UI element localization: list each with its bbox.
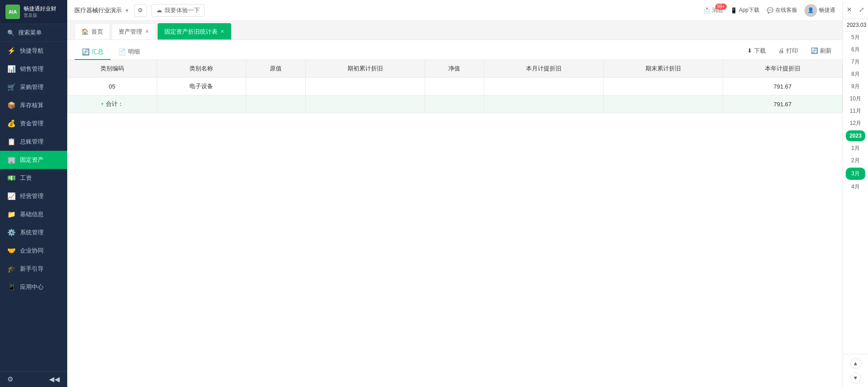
cell-period-end: [603, 78, 723, 95]
month-6[interactable]: 6月: [843, 44, 868, 56]
quicknav-label: 快捷导航: [20, 47, 44, 55]
fixed-assets-icon: 🏢: [7, 156, 15, 164]
payroll-icon: 💵: [7, 174, 15, 182]
sidebar-bottom: ⚙ ◀◀: [0, 371, 67, 387]
table-row: 05 电子设备 791.67: [68, 78, 843, 95]
sidebar-logo: AtA 畅捷通好业财 普及版: [0, 0, 67, 24]
sidebar-label-payroll: 工资: [20, 174, 32, 182]
sidebar-item-basic-info[interactable]: 📁 基础信息: [0, 205, 67, 223]
settings-bottom-icon[interactable]: ⚙: [7, 375, 13, 383]
right-panel-down-btn[interactable]: ▼: [850, 372, 861, 383]
cell-net: [425, 78, 484, 95]
user-avatar: 👤: [804, 4, 817, 17]
col-header-period-end: 期末累计折旧: [603, 60, 723, 78]
tab-depreciation[interactable]: 固定资产折旧统计表 ✕: [158, 23, 231, 40]
col-header-name: 类别名称: [157, 60, 246, 78]
sidebar-item-sales[interactable]: 📊 销售管理: [0, 60, 67, 78]
total-expand-icon[interactable]: +: [101, 101, 104, 107]
sidebar-item-ledger[interactable]: 📋 总账管理: [0, 133, 67, 151]
print-btn[interactable]: 🖨 打印: [775, 45, 802, 56]
sidebar-item-system[interactable]: ⚙️ 系统管理: [0, 223, 67, 242]
month-3-active[interactable]: 3月: [846, 168, 865, 180]
cell-initial-accum: [305, 78, 425, 95]
sidebar-label-system: 系统管理: [20, 228, 44, 237]
notifications-btn[interactable]: 📩 消息 99+: [704, 6, 723, 14]
refresh-icon: 🔄: [811, 47, 818, 54]
company-selector[interactable]: 医疗器械行业演示 ▼: [74, 6, 129, 15]
tab-depreciation-label: 固定资产折旧统计表: [164, 28, 218, 36]
tab-home-label: 首页: [91, 28, 103, 36]
month-10[interactable]: 10月: [843, 93, 868, 105]
user-label: 畅捷通: [819, 6, 835, 14]
month-7[interactable]: 7月: [843, 56, 868, 68]
refresh-btn[interactable]: 🔄 刷新: [807, 45, 835, 56]
sidebar-item-quicknav[interactable]: ⚡ 快捷导航: [0, 42, 67, 60]
sidebar-label-fixed-assets: 固定资产: [20, 156, 44, 164]
inventory-icon: 📦: [7, 101, 15, 109]
sidebar-label-inventory: 库存核算: [20, 101, 44, 109]
table-total-row: + 合计： 791.67: [68, 95, 843, 113]
sidebar-label-enterprise: 企业协同: [20, 247, 44, 255]
user-avatar-icon: 👤: [808, 7, 814, 13]
toolbar: ⬇ 下载 🖨 打印 🔄 刷新: [744, 45, 835, 59]
sub-tabs-bar: 🔄 汇总 📄 明细 ⬇ 下载 🖨 打印 🔄 刷新: [67, 40, 843, 60]
month-9[interactable]: 9月: [843, 80, 868, 93]
purchase-icon: 🛒: [7, 83, 15, 91]
user-menu[interactable]: 👤 畅捷通: [804, 4, 835, 17]
download-btn[interactable]: ⬇ 下载: [744, 45, 769, 56]
sidebar-item-inventory[interactable]: 📦 库存核算: [0, 96, 67, 114]
right-panel-close-btn[interactable]: ✕: [847, 6, 852, 13]
sidebar-item-operations[interactable]: 📈 经营管理: [0, 187, 67, 205]
quicknav-icon: ⚡: [7, 47, 15, 55]
sidebar-scroll: 📊 销售管理 🛒 采购管理 📦 库存核算 💰 资金管理 📋 总账管理 🏢 固定资…: [0, 60, 67, 371]
sidebar-label-ledger: 总账管理: [20, 138, 44, 146]
tab-asset-mgmt[interactable]: 资产管理 ✕: [112, 23, 156, 40]
col-header-monthly: 本月计提折旧: [484, 60, 603, 78]
month-11[interactable]: 11月: [843, 105, 868, 117]
detail-tab-icon: 📄: [118, 48, 126, 55]
basic-info-icon: 📁: [7, 210, 15, 218]
sidebar-label-funds: 资金管理: [20, 119, 44, 128]
sidebar-item-app-center[interactable]: 📱 应用中心: [0, 278, 67, 296]
month-5[interactable]: 5月: [843, 31, 868, 44]
sub-tab-detail[interactable]: 📄 明细: [111, 45, 147, 60]
cell-monthly: [484, 78, 603, 95]
right-panel-up-btn[interactable]: ▲: [850, 358, 861, 369]
total-label-cell: + 合计：: [68, 95, 157, 113]
topbar: 医疗器械行业演示 ▼ ⚙ ☁ 我要体验一下 📩 消息 99+ 📱 App下载 💬…: [67, 0, 843, 21]
month-1[interactable]: 1月: [843, 142, 868, 154]
right-panel: ✕ ⤢ 2023.03 5月 6月 7月 8月 9月 10月 11月 12月 2…: [843, 0, 868, 387]
total-annual: 791.67: [723, 95, 842, 113]
app-download-icon: 📱: [730, 7, 737, 14]
month-2[interactable]: 2月: [843, 154, 868, 167]
tab-asset-mgmt-close[interactable]: ✕: [145, 29, 149, 35]
sidebar-item-fixed-assets[interactable]: 🏢 固定资产: [0, 151, 67, 169]
enterprise-icon: 🤝: [7, 247, 15, 255]
sidebar-item-enterprise[interactable]: 🤝 企业协同: [0, 242, 67, 260]
experience-btn[interactable]: ☁ 我要体验一下: [151, 4, 205, 17]
sub-tab-summary[interactable]: 🔄 汇总: [74, 45, 111, 60]
sidebar-label-basic-info: 基础信息: [20, 210, 44, 218]
sidebar-item-guide[interactable]: 🎓 新手引导: [0, 260, 67, 278]
sidebar-label-app-center: 应用中心: [20, 283, 44, 291]
sub-tab-summary-label: 汇总: [92, 48, 104, 56]
collapse-sidebar-icon[interactable]: ◀◀: [49, 375, 60, 383]
sidebar-item-payroll[interactable]: 💵 工资: [0, 169, 67, 187]
sidebar-search[interactable]: 🔍 搜索菜单: [0, 24, 67, 42]
sidebar-item-funds[interactable]: 💰 资金管理: [0, 114, 67, 133]
total-net: [425, 95, 484, 113]
sidebar-item-purchase[interactable]: 🛒 采购管理: [0, 78, 67, 96]
app-download-btn[interactable]: 📱 App下载: [730, 6, 759, 14]
month-12[interactable]: 12月: [843, 117, 868, 129]
notifications-icon: 📩: [704, 7, 710, 14]
col-header-net: 净值: [425, 60, 484, 78]
right-panel-expand-btn[interactable]: ⤢: [859, 6, 864, 13]
topbar-settings-btn[interactable]: ⚙: [134, 4, 147, 17]
search-icon: 🔍: [7, 30, 15, 36]
month-4[interactable]: 4月: [843, 181, 868, 193]
tab-home[interactable]: 🏠 首页: [74, 23, 110, 40]
month-8[interactable]: 8月: [843, 68, 868, 80]
online-service-btn[interactable]: 💬 在线客服: [767, 6, 797, 14]
tab-depreciation-close[interactable]: ✕: [220, 29, 224, 35]
summary-tab-icon: 🔄: [82, 48, 89, 55]
